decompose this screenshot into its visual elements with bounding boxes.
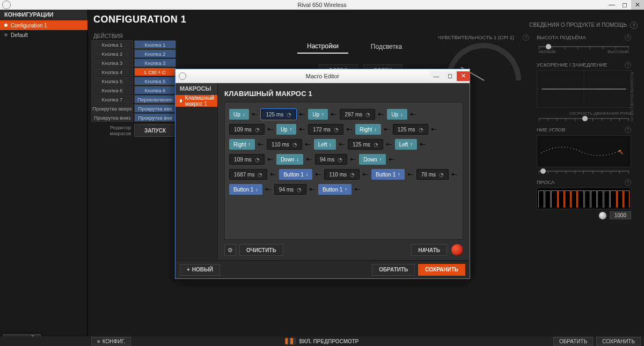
key-node[interactable]: Button 1↑: [371, 169, 405, 180]
action-label[interactable]: Прокрутка вниз: [91, 113, 133, 122]
configurations-sidebar: КОНФИГУРАЦИИ Configuration 1 Default + Н…: [0, 10, 88, 336]
delay-node[interactable]: 78 ms: [416, 169, 449, 180]
revert-button[interactable]: ОБРАТИТЬ: [553, 337, 593, 345]
delay-node[interactable]: 109 ms: [229, 124, 265, 135]
delay-node[interactable]: 94 ms: [274, 184, 306, 195]
maximize-button[interactable]: ◻: [618, 0, 631, 10]
config-item[interactable]: Default: [0, 30, 87, 40]
action-label[interactable]: Кнопка 6: [91, 86, 133, 94]
key-node[interactable]: Button 1↓: [229, 184, 262, 195]
action-binding[interactable]: Кнопка 6: [134, 86, 176, 94]
connector-icon: [304, 143, 312, 145]
preview-toggle-icon[interactable]: [285, 338, 296, 344]
action-binding[interactable]: Кнопка 5: [134, 77, 176, 85]
action-label[interactable]: Кнопка 7: [91, 95, 133, 104]
delay-node[interactable]: 1687 ms: [229, 169, 267, 180]
polling-chart: [537, 188, 631, 209]
clock-icon: [438, 172, 444, 178]
accel-slider[interactable]: [539, 118, 629, 119]
action-binding[interactable]: Прокрутка вве: [134, 104, 176, 113]
delay-node[interactable]: 110 ms: [267, 139, 302, 150]
angle-chart[interactable]: ↖: [537, 135, 631, 167]
status-dot-icon: [4, 24, 8, 27]
action-label[interactable]: Кнопка 2: [91, 49, 133, 58]
key-node[interactable]: Up↑: [308, 109, 328, 120]
delay-node[interactable]: 172 ms: [308, 124, 343, 135]
connector-icon: [267, 128, 274, 130]
delay-node[interactable]: 110 ms: [324, 169, 360, 180]
config-menu-button[interactable]: ≡ КОНФИГ.: [91, 337, 131, 345]
action-label[interactable]: Кнопка 5: [91, 77, 133, 85]
clear-button[interactable]: ОЧИСТИТЬ: [239, 244, 283, 256]
key-node[interactable]: Left↑: [395, 139, 417, 150]
delay-node[interactable]: 297 ms: [340, 109, 375, 120]
save-button[interactable]: СОХРАНИТЬ: [596, 337, 641, 345]
clock-icon: [336, 157, 342, 163]
plus-icon: +: [187, 267, 190, 273]
connector-icon: [309, 188, 316, 190]
launch-button[interactable]: ЗАПУСК: [134, 124, 176, 137]
action-label[interactable]: Кнопка 1: [91, 40, 133, 49]
connector-icon: [430, 128, 438, 130]
dialog-app-icon: [179, 72, 186, 80]
key-node[interactable]: Down↓: [276, 154, 303, 165]
action-binding[interactable]: Прокрутка вни: [134, 113, 176, 122]
delay-node[interactable]: 109 ms: [229, 154, 265, 165]
dialog-maximize-button[interactable]: ◻: [443, 71, 456, 81]
status-dot-icon: [4, 33, 8, 36]
macro-editor-dialog: Macro Editor — ◻ ✕ МАКРОСЫ Клавишный мак…: [175, 69, 470, 279]
key-node[interactable]: Up↓: [387, 109, 407, 120]
key-node[interactable]: Button 1↓: [279, 169, 312, 180]
action-binding[interactable]: Кнопка 3: [134, 58, 176, 67]
minimize-button[interactable]: —: [605, 0, 618, 10]
dialog-minimize-button[interactable]: —: [430, 71, 443, 81]
polling-knob[interactable]: [599, 212, 606, 219]
delay-node[interactable]: 125 ms: [348, 139, 383, 150]
connector-icon: [267, 158, 274, 160]
connector-icon: [330, 113, 338, 115]
tab-settings[interactable]: Настройки: [297, 40, 348, 54]
connector-icon: [298, 128, 306, 130]
delay-node[interactable]: 125 ms: [393, 124, 428, 135]
config-item-active[interactable]: Configuration 1: [0, 20, 87, 30]
polling-value[interactable]: 1000: [610, 211, 631, 219]
delay-node[interactable]: 94 ms: [315, 154, 347, 165]
lift-height-slider[interactable]: [539, 46, 629, 47]
action-binding[interactable]: Переключение: [134, 95, 176, 104]
action-label[interactable]: Кнопка 3: [91, 58, 133, 67]
dialog-titlebar[interactable]: Macro Editor — ◻ ✕: [175, 69, 470, 83]
key-node[interactable]: Left↓: [314, 139, 336, 150]
delay-node[interactable]: 125 ms: [261, 109, 296, 120]
tab-lighting[interactable]: Подсветка: [361, 40, 412, 54]
action-binding[interactable]: L Ctrl + C: [134, 68, 176, 76]
key-node[interactable]: Down↑: [359, 154, 386, 165]
macro-settings-button[interactable]: ⚙: [224, 244, 236, 256]
close-button[interactable]: ✕: [631, 0, 644, 10]
action-label[interactable]: Прокрутка вверх: [91, 104, 133, 113]
macro-list-item[interactable]: Клавишный макрос 1: [175, 95, 217, 107]
dialog-revert-button[interactable]: ОБРАТИТЬ: [372, 264, 415, 276]
acceleration-chart[interactable]: ЧУВСТВИТЕЛЬНОСТЬ: [537, 70, 631, 108]
action-binding[interactable]: Кнопка 1: [134, 40, 176, 49]
key-node[interactable]: Right↑: [229, 139, 255, 150]
arrow-icon: ↑: [379, 157, 382, 162]
key-node[interactable]: Up↓: [229, 109, 249, 120]
connector-icon: [451, 173, 458, 175]
clock-icon: [364, 112, 370, 117]
macro-timeline[interactable]: Up↓125 msUp↑297 msUp↓109 msUp↑172 msRigh…: [224, 102, 463, 240]
action-binding[interactable]: Кнопка 2: [134, 49, 176, 58]
dialog-save-button[interactable]: СОХРАНИТЬ: [418, 264, 465, 276]
product-help-link[interactable]: СВЕДЕНИЯ О ПРОДУКТЕ И ПОМОЩЬ: [529, 21, 638, 29]
connector-icon: [346, 128, 353, 130]
key-node[interactable]: Up↑: [276, 124, 296, 135]
key-node[interactable]: Button 1↑: [318, 184, 352, 195]
start-record-button[interactable]: НАЧАТЬ: [411, 244, 447, 256]
angle-slider[interactable]: [539, 171, 629, 172]
key-node[interactable]: Right↓: [355, 124, 381, 135]
new-macro-button[interactable]: + НОВЫЙ: [180, 264, 220, 276]
action-label[interactable]: Кнопка 4: [91, 68, 133, 76]
record-icon[interactable]: [451, 244, 463, 256]
dialog-close-button[interactable]: ✕: [457, 71, 470, 81]
accel-header: УСКОРЕНИЕ / ЗАМЕДЛЕНИЕ: [537, 62, 631, 68]
arrow-icon: ↑: [345, 187, 347, 192]
